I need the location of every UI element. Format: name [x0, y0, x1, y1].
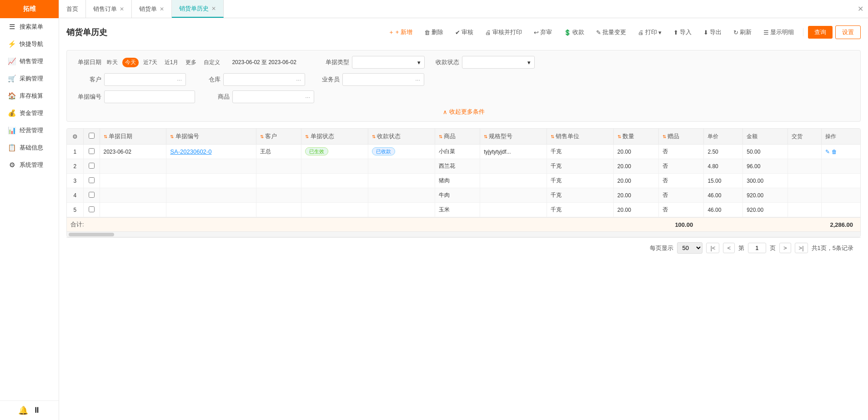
tab-sales-order-close[interactable]: ✕ [120, 6, 124, 12]
scroll-thumb[interactable] [69, 233, 114, 236]
staff-input[interactable]: ··· [342, 73, 424, 86]
row-checkbox[interactable] [89, 163, 95, 169]
page-prev-button[interactable]: < [723, 243, 735, 253]
review-print-button[interactable]: 🖨 审核并打印 [481, 26, 527, 39]
tab-sales-history-close[interactable]: ✕ [211, 5, 216, 12]
sidebar-item-purchase-mgmt[interactable]: 🛒 采购管理 [0, 70, 59, 87]
th-transaction: 交货 [788, 129, 822, 145]
footer-cells: 100.00 2,286.00 [88, 221, 857, 228]
row-checkbox[interactable] [89, 177, 95, 183]
action-cell[interactable] [822, 174, 860, 188]
doc-type-input[interactable]: ▾ [352, 56, 425, 69]
th-customer[interactable]: ⇅ 客户 [256, 129, 301, 145]
staff-dots-icon[interactable]: ··· [415, 76, 420, 83]
th-doc-number[interactable]: ⇅ 单据编号 [166, 129, 256, 145]
row-checkbox[interactable] [89, 148, 95, 154]
date-7days-btn[interactable]: 近7天 [140, 58, 160, 67]
tab-sales-history[interactable]: 销货单历史 ✕ [172, 0, 224, 18]
th-settings[interactable]: ⚙ [67, 129, 83, 145]
row-checkbox[interactable] [89, 192, 95, 198]
sidebar-item-quick-nav[interactable]: ⚡ 快捷导航 [0, 35, 59, 53]
action-cell[interactable] [822, 203, 860, 217]
action-cell[interactable]: ✎🗑 [822, 145, 860, 159]
query-button[interactable]: 查询 [808, 26, 833, 39]
th-doc-status[interactable]: ⇅ 单据状态 [301, 129, 368, 145]
sidebar-item-system-mgmt[interactable]: ⚙ 系统管理 [0, 156, 59, 174]
new-button[interactable]: ＋ + 新增 [384, 26, 417, 39]
date-today-btn[interactable]: 今天 [122, 58, 139, 67]
row-checkbox-cell[interactable] [83, 188, 100, 203]
total-info: 共1页，5条记录 [812, 244, 853, 252]
customer-dots-icon[interactable]: ··· [177, 76, 182, 83]
batch-change-button[interactable]: ✎ 批量变更 [592, 26, 631, 39]
tab-sales-goods-close[interactable]: ✕ [160, 6, 164, 12]
date-custom-btn[interactable]: 自定义 [201, 58, 223, 67]
action-link[interactable]: ✎ [825, 149, 830, 155]
row-checkbox-cell[interactable] [83, 145, 100, 159]
pause-icon[interactable]: ⏸ [33, 405, 41, 415]
operations-icon: 📊 [8, 126, 16, 135]
payment-status-input[interactable]: ▾ [462, 56, 535, 69]
doc-number-link[interactable]: SA-20230602-0 [170, 148, 211, 155]
row-checkbox[interactable] [89, 206, 95, 212]
customer-input[interactable]: ··· [104, 73, 186, 86]
per-page-select[interactable]: 50 20 100 [677, 242, 702, 254]
tab-sales-goods[interactable]: 销货单 ✕ [132, 0, 172, 18]
sidebar-item-label: 基础信息 [20, 144, 43, 152]
page-next-button[interactable]: > [779, 243, 791, 253]
doc-number-input[interactable] [104, 90, 195, 103]
warehouse-dots-icon[interactable]: ··· [296, 76, 301, 83]
doc-number-cell[interactable]: SA-20230602-0 [166, 145, 256, 159]
th-sales-unit[interactable]: ⇅ 销售单位 [547, 129, 613, 145]
warehouse-input[interactable]: ··· [223, 73, 305, 86]
doc-number-cell[interactable] [166, 188, 256, 203]
collapse-button[interactable]: ∧ 收起更多条件 [74, 108, 853, 116]
row-checkbox-cell[interactable] [83, 174, 100, 188]
goods-dots-icon[interactable]: ··· [305, 94, 310, 100]
window-close-button[interactable]: ✕ [858, 5, 863, 13]
sidebar-item-inventory[interactable]: 🏠 库存核算 [0, 87, 59, 105]
show-detail-button[interactable]: ☰ 显示明细 [759, 26, 798, 39]
row-checkbox-cell[interactable] [83, 159, 100, 174]
sidebar-item-operations[interactable]: 📊 经营管理 [0, 122, 59, 139]
date-more-btn[interactable]: 更多 [183, 58, 199, 67]
discard-button[interactable]: ↩ 弃审 [529, 26, 557, 39]
refresh-button[interactable]: ↻ 刷新 [729, 26, 756, 39]
collect-button[interactable]: 💲 收款 [559, 26, 589, 39]
doc-number-cell[interactable] [166, 203, 256, 217]
page-first-button[interactable]: |< [706, 243, 719, 253]
sidebar-item-finance[interactable]: 💰 资金管理 [0, 105, 59, 122]
action-link[interactable]: 🗑 [832, 149, 837, 155]
th-gift[interactable]: ⇅ 赠品 [659, 129, 704, 145]
export-button[interactable]: ⬇ 导出 [699, 26, 726, 39]
tab-sales-order[interactable]: 销售订单 ✕ [86, 0, 132, 18]
review-button[interactable]: ✔ 审核 [451, 26, 478, 39]
date-1month-btn[interactable]: 近1月 [162, 58, 181, 67]
doc-number-cell[interactable] [166, 174, 256, 188]
table-settings-icon[interactable]: ⚙ [72, 133, 78, 140]
date-yesterday-btn[interactable]: 昨天 [104, 58, 120, 67]
th-quantity[interactable]: ⇅ 数量 [613, 129, 658, 145]
th-spec[interactable]: ⇅ 规格型号 [480, 129, 547, 145]
sidebar-item-search-menu[interactable]: ☰ 搜索菜单 [0, 18, 59, 35]
print-button[interactable]: 🖨 打印 ▾ [633, 26, 666, 39]
action-cell[interactable] [822, 188, 860, 203]
doc-number-cell[interactable] [166, 159, 256, 174]
horizontal-scrollbar[interactable] [67, 231, 860, 237]
notification-icon[interactable]: 🔔 [18, 405, 28, 415]
tab-home[interactable]: 首页 [59, 0, 86, 18]
page-last-button[interactable]: >| [795, 243, 808, 253]
goods-input[interactable]: ··· [232, 90, 314, 103]
settings-button[interactable]: 设置 [835, 25, 861, 39]
action-cell[interactable] [822, 159, 860, 174]
row-checkbox-cell[interactable] [83, 203, 100, 217]
th-doc-date[interactable]: ⇅ 单据日期 [100, 129, 166, 145]
th-goods[interactable]: ⇅ 商品 [435, 129, 480, 145]
import-button[interactable]: ⬆ 导入 [669, 26, 696, 39]
delete-button[interactable]: 🗑 删除 [420, 26, 448, 39]
sidebar-item-sales-mgmt[interactable]: 📈 销售管理 [0, 53, 59, 70]
th-payment-status[interactable]: ⇅ 收款状态 [368, 129, 435, 145]
sidebar-item-basic-info[interactable]: 📋 基础信息 [0, 139, 59, 156]
page-number-input[interactable] [748, 243, 766, 253]
select-all-checkbox[interactable] [89, 133, 95, 139]
